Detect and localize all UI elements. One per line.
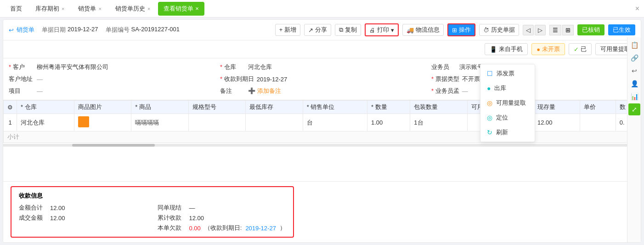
refresh-item[interactable]: ↻ 刷新 [480,125,535,140]
tab-bar-close[interactable]: × [635,5,639,13]
table-row: 1 河北仓库 嗝嗝嗝嗝 台 1.00 1台 12.00 0. [4,114,641,131]
outbound-item[interactable]: ● 出库 [480,81,535,96]
row-unit: 台 [303,114,367,131]
refresh-icon: ↻ [487,129,492,136]
deal-value: 12.00 [50,215,65,222]
col-price: 单价 [580,101,616,114]
logistics-button[interactable]: 🚚 物流信息 [402,24,444,36]
outbound-label: 出库 [494,84,506,92]
logistics-icon: 🚚 [407,27,414,34]
address-value: — [37,76,43,83]
copy-button[interactable]: ⧉ 复制 [335,24,361,36]
project-value: — [37,88,43,95]
due-date-value: 2019-12-27 [257,76,288,83]
ticket-value: 不开票 [462,75,480,83]
tab-view-sales-close[interactable]: × [195,5,199,12]
bottom-info: 收款信息 金额合计 12.00 同单现结 — 成交金额 12.00 累计收款 1… [3,181,641,242]
add-invoice-item[interactable]: ☐ 添发票 [480,66,535,81]
salesperson-label: 业务员孟 [431,87,459,95]
toolbar: + 新增 ↗ 分享 ⧉ 复制 🖨 打印 ▾ 🚚 物流信息 ⊞ 操作 [275,23,635,36]
view-toggle: ☰ ⊞ [549,25,574,35]
owed-date: 2019-12-27 [245,225,276,232]
col-unit: * 销售单位 [303,101,367,114]
tab-sales[interactable]: 销货单 × [72,1,107,17]
grid-view-button[interactable]: ⊞ [562,25,574,35]
tab-sales-history-close[interactable]: × [147,6,150,11]
operate-button[interactable]: ⊞ 操作 [447,23,475,36]
tab-home[interactable]: 首页 [5,2,28,16]
sidebar-icon-2[interactable]: 🔗 [628,52,640,64]
col-pkg-qty: 包装数量 [410,101,468,114]
payment-info-grid: 金额合计 12.00 同单现结 — 成交金额 12.00 累计收款 12.00 [19,204,286,232]
note-field: 备注 ➕ 添加备注 [220,87,424,95]
owed-suffix: （收款到期日: [204,224,242,232]
warehouse-value: 河北仓库 [248,63,272,71]
due-date-label: 收款到期日 [220,75,254,83]
sidebar-icon-3[interactable]: ↩ [628,65,640,77]
tab-inventory-close[interactable]: × [62,6,64,11]
add-note-button[interactable]: ➕ 添加备注 [248,87,281,95]
action-row: 📱 来自手机 ● 未开票 ✓ 已 可用量提取 [3,40,641,58]
project-field: 项目 — [9,87,213,95]
available-qty-item[interactable]: ◎ 可用量提取 [480,96,535,110]
tab-inventory[interactable]: 库存期初 × [29,1,70,17]
history-button[interactable]: ⏱ 历史单据 [479,24,519,36]
number-value: SA-20191227-001 [131,26,180,34]
doc-header: ↩ 销货单 单据日期 2019-12-27 单据编号 SA-20191227-0… [3,20,641,40]
tab-view-sales[interactable]: 查看销货单 × [158,2,204,16]
copy-label: 复制 [345,26,357,34]
col-warehouse: * 仓库 [17,101,74,114]
subtotal-label: 小计 [4,131,641,143]
data-table: ⚙ * 仓库 商品图片 * 商品 规格型号 最低库存 * 销售单位 * 数量 包… [3,100,641,143]
form-area: 客户 柳州粤港平安气体有限公司 仓库 河北仓库 业务员 演示账号 客户地址 — … [3,58,641,100]
sidebar-icon-5[interactable]: 📊 [628,91,640,103]
cumulative-payment-row: 累计收款 12.00 [158,214,285,222]
row-min-stock [246,114,303,131]
same-order-value: — [189,205,195,211]
row-current: 12.00 [534,114,580,131]
add-note-label: 添加备注 [257,87,281,94]
history-icon: ⏱ [483,27,489,34]
doc-date: 单据日期 2019-12-27 [42,26,98,34]
from-phone-button[interactable]: 📱 来自手机 [485,43,528,55]
customer-label: 客户 [9,63,34,71]
cumulative-label: 累计收款 [158,214,185,222]
check-button[interactable]: ✓ 已 [569,43,592,55]
available-qty-icon: ◎ [487,99,492,107]
not-open-button[interactable]: ● 未开票 [531,43,565,55]
print-button[interactable]: 🖨 打印 ▾ [365,23,399,36]
tab-inventory-label: 库存期初 [35,5,59,13]
share-button[interactable]: ↗ 分享 [304,24,331,36]
next-button[interactable]: ▷ [535,25,546,35]
check-label: 已 [581,45,587,53]
warehouse-label: 仓库 [220,63,245,71]
row-product-img [74,114,131,131]
row-spec [188,114,246,131]
sidebar-icon-4[interactable]: 👤 [628,78,640,90]
order-owed-row: 本单欠款 0.00 （收款到期日: 2019-12-27 ） [158,224,285,232]
share-label: 分享 [315,26,327,34]
col-product: * 商品 [131,101,189,114]
sidebar-icon-expand[interactable]: ⤢ [628,103,640,115]
same-order-label: 同单现结 [158,204,185,212]
total-value: 12.00 [50,205,65,211]
sidebar-icon-1[interactable]: 📋 [628,39,640,51]
locate-item[interactable]: ◎ 定位 [480,110,535,125]
check-icon: ✓ [574,46,579,53]
doc-title: ↩ 销货单 [9,26,34,34]
doc-number: 单据编号 SA-20191227-001 [106,26,180,34]
product-image [78,116,89,127]
print-dropdown-arrow: ▾ [391,27,394,34]
number-label: 单据编号 [106,26,130,34]
table-header-row: ⚙ * 仓库 商品图片 * 商品 规格型号 最低库存 * 销售单位 * 数量 包… [4,101,641,114]
row-pkg-qty: 1台 [410,114,468,131]
tab-sales-history[interactable]: 销货单历史 × [109,1,156,17]
tab-sales-close[interactable]: × [98,6,101,11]
col-settings[interactable]: ⚙ [4,101,17,114]
new-button[interactable]: + 新增 [275,24,300,36]
row-qty: 1.00 [367,114,410,131]
owed-value: 0.00 [189,225,200,232]
not-open-label: 未开票 [542,45,560,53]
prev-button[interactable]: ◁ [523,25,534,35]
list-view-button[interactable]: ☰ [549,25,561,35]
